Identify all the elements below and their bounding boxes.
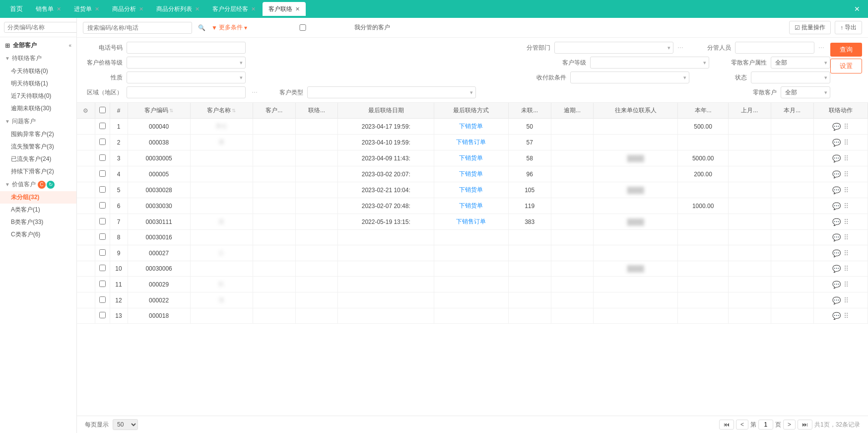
- problem-customers-section[interactable]: ▼ 问题客户: [0, 115, 76, 128]
- search-button-icon[interactable]: 🔍: [198, 24, 205, 31]
- contact-icon[interactable]: 💬: [832, 233, 841, 241]
- sidebar-item-class-b[interactable]: B类客户(33): [0, 216, 76, 228]
- close-window-icon[interactable]: ✕: [850, 5, 864, 13]
- customer-code-cell[interactable]: 000018: [128, 308, 190, 324]
- sidebar-item-abnormal[interactable]: 囤购异常客户(2): [0, 128, 76, 141]
- nav-tab-product-list[interactable]: 商品分析列表 ✕: [150, 2, 205, 16]
- contact-icon[interactable]: 💬: [832, 154, 841, 162]
- customer-code-cell[interactable]: 00030005: [128, 150, 190, 166]
- dept-more-icon[interactable]: ⋯: [677, 44, 687, 51]
- sidebar-item-churn-warning[interactable]: 流失预警客户(3): [0, 141, 76, 153]
- close-sales-tab[interactable]: ✕: [57, 6, 61, 12]
- customer-name-cell[interactable]: 淡: [190, 292, 253, 308]
- value-refresh-badge[interactable]: ↻: [47, 181, 55, 189]
- more-action-icon[interactable]: ⠿: [844, 265, 849, 273]
- all-customers-header[interactable]: ⊞ 全部客户 «: [0, 37, 76, 52]
- payment-select[interactable]: [570, 72, 689, 83]
- row-checkbox[interactable]: [99, 249, 106, 256]
- contact-icon[interactable]: 💬: [832, 202, 841, 210]
- query-button[interactable]: 查询: [830, 43, 862, 57]
- last-method-link[interactable]: 下销货单: [459, 123, 483, 130]
- sidebar-search-input[interactable]: [4, 22, 77, 33]
- row-checkbox[interactable]: [99, 281, 106, 287]
- checkbox-cell[interactable]: [95, 135, 110, 150]
- customer-name-cell[interactable]: [190, 230, 253, 245]
- row-checkbox[interactable]: [99, 296, 106, 303]
- sidebar-item-churned[interactable]: 已流失客户(24): [0, 153, 76, 165]
- gender-select[interactable]: [127, 72, 246, 83]
- customer-level-select[interactable]: [590, 57, 709, 69]
- close-product-analysis-tab[interactable]: ✕: [139, 6, 143, 12]
- zero-attr-select[interactable]: 全部: [771, 57, 830, 69]
- row-checkbox[interactable]: [99, 123, 106, 129]
- table-no-contact-header[interactable]: 未联...: [508, 103, 551, 119]
- phone-input[interactable]: [127, 42, 246, 54]
- customer-code-cell[interactable]: 000040: [128, 119, 190, 135]
- customer-code-cell[interactable]: 00030006: [128, 261, 190, 277]
- search-input[interactable]: [83, 22, 192, 34]
- row-checkbox[interactable]: [99, 154, 106, 161]
- customer-name-cell[interactable]: [190, 198, 253, 214]
- page-size-select[interactable]: 50 100: [113, 419, 138, 430]
- more-action-icon[interactable]: ⠿: [844, 296, 849, 304]
- table-last-date-header[interactable]: 最后联络日期: [338, 103, 434, 119]
- customer-name-cell[interactable]: 请: [190, 135, 253, 150]
- last-method-link[interactable]: 下销售订单: [456, 218, 486, 225]
- prev-page-button[interactable]: <: [736, 420, 748, 430]
- checkbox-cell[interactable]: [95, 198, 110, 214]
- sidebar-item-ungrouped[interactable]: 未分组(32): [0, 191, 76, 204]
- customer-code-cell[interactable]: 000027: [128, 245, 190, 261]
- last-method-link[interactable]: 下销货单: [459, 186, 483, 193]
- more-action-icon[interactable]: ⠿: [844, 123, 849, 131]
- table-this-year-header[interactable]: 本年...: [678, 103, 729, 119]
- value-customers-section[interactable]: ▼ 价值客户 C ↻: [0, 178, 76, 191]
- customer-name-cell[interactable]: 亲仕: [190, 119, 253, 135]
- next-page-button[interactable]: >: [783, 420, 796, 430]
- customer-code-cell[interactable]: 000029: [128, 277, 190, 292]
- checkbox-cell[interactable]: [95, 150, 110, 166]
- contact-icon[interactable]: 💬: [832, 249, 841, 257]
- reset-button[interactable]: 设置: [830, 59, 862, 73]
- last-page-button[interactable]: ⏭: [798, 420, 812, 430]
- checkbox-cell[interactable]: [95, 308, 110, 324]
- region-input[interactable]: [127, 86, 246, 98]
- last-method-link[interactable]: 下销售订单: [456, 139, 486, 145]
- more-action-icon[interactable]: ⠿: [844, 202, 849, 210]
- contact-icon[interactable]: 💬: [832, 281, 841, 289]
- checkbox-cell[interactable]: [95, 182, 110, 198]
- collapse-sidebar-icon[interactable]: «: [68, 43, 71, 48]
- checkbox-cell[interactable]: [95, 277, 110, 292]
- customer-code-cell[interactable]: 000022: [128, 292, 190, 308]
- contact-icon[interactable]: 💬: [832, 170, 841, 178]
- checkbox-cell[interactable]: [95, 214, 110, 230]
- sidebar-item-today[interactable]: 今天待联络(0): [0, 65, 76, 77]
- contact-icon[interactable]: 💬: [832, 139, 841, 146]
- more-action-icon[interactable]: ⠿: [844, 281, 849, 289]
- sidebar-item-declining[interactable]: 持续下滑客户(2): [0, 165, 76, 178]
- pending-contact-section[interactable]: ▼ 待联络客户: [0, 52, 76, 65]
- contact-icon[interactable]: 💬: [832, 312, 841, 320]
- sidebar-item-overdue[interactable]: 逾期未联络(30): [0, 102, 76, 115]
- row-checkbox[interactable]: [99, 312, 106, 318]
- row-checkbox[interactable]: [99, 202, 106, 209]
- more-conditions-button[interactable]: ▼ 更多条件 ▾: [211, 23, 247, 32]
- nav-tab-sales[interactable]: 销售单 ✕: [30, 2, 67, 16]
- customer-code-cell[interactable]: 00030016: [128, 230, 190, 245]
- checkbox-cell[interactable]: [95, 119, 110, 135]
- nav-tab-customer-tier[interactable]: 客户分层经客 ✕: [206, 2, 262, 16]
- row-checkbox[interactable]: [99, 218, 106, 224]
- close-purchase-tab[interactable]: ✕: [95, 6, 99, 12]
- more-action-icon[interactable]: ⠿: [844, 186, 849, 194]
- table-last-month-header[interactable]: 上月...: [728, 103, 771, 119]
- table-settings-header[interactable]: ⚙: [77, 103, 95, 119]
- first-page-button[interactable]: ⏮: [719, 420, 734, 430]
- more-action-icon[interactable]: ⠿: [844, 154, 849, 162]
- customer-name-cell[interactable]: 连: [190, 214, 253, 230]
- row-checkbox[interactable]: [99, 233, 106, 240]
- checkbox-cell[interactable]: [95, 245, 110, 261]
- more-action-icon[interactable]: ⠿: [844, 218, 849, 226]
- row-checkbox[interactable]: [99, 265, 106, 271]
- table-contact-header[interactable]: 联络...: [295, 103, 338, 119]
- close-customer-contact-tab[interactable]: ✕: [295, 6, 300, 12]
- sidebar-item-7days[interactable]: 近7天待联络(0): [0, 90, 76, 102]
